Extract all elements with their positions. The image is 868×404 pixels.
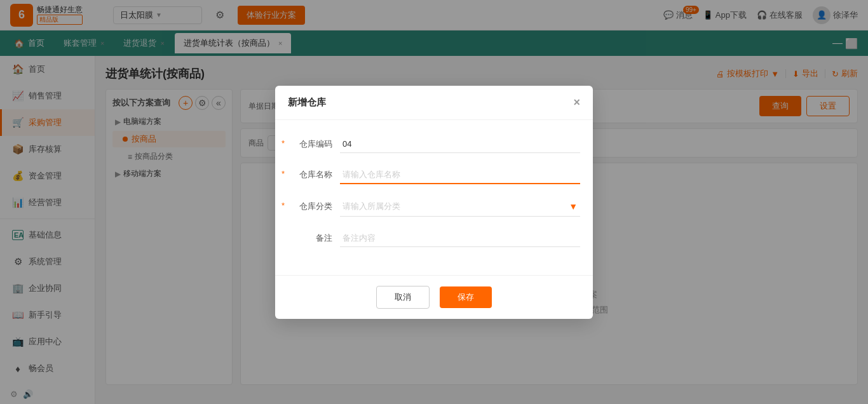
warehouse-name-row: 仓库名称 xyxy=(288,166,580,184)
modal-footer: 取消 保存 xyxy=(275,275,593,319)
modal-overlay: 新增仓库 × 仓库编码 仓库名称 仓库分类 请输入所属分类 ▼ xyxy=(0,0,868,404)
warehouse-type-row: 仓库分类 请输入所属分类 ▼ xyxy=(288,197,580,217)
note-input[interactable] xyxy=(340,229,580,247)
note-row: 备注 xyxy=(288,229,580,247)
note-label: 备注 xyxy=(288,232,332,244)
modal-body: 仓库编码 仓库名称 仓库分类 请输入所属分类 ▼ 备注 xyxy=(275,120,593,275)
warehouse-type-placeholder: 请输入所属分类 xyxy=(342,201,400,212)
modal-header: 新增仓库 × xyxy=(275,86,593,120)
cancel-button[interactable]: 取消 xyxy=(376,286,430,309)
warehouse-name-input[interactable] xyxy=(340,166,580,184)
modal-title: 新增仓库 xyxy=(288,97,326,109)
warehouse-code-input[interactable] xyxy=(340,135,580,153)
save-button[interactable]: 保存 xyxy=(440,286,492,308)
warehouse-code-label: 仓库编码 xyxy=(288,138,332,150)
modal-close-button[interactable]: × xyxy=(573,96,580,109)
warehouse-type-label: 仓库分类 xyxy=(288,201,332,212)
warehouse-code-row: 仓库编码 xyxy=(288,135,580,153)
warehouse-name-label: 仓库名称 xyxy=(288,169,332,180)
warehouse-type-select[interactable]: 请输入所属分类 ▼ xyxy=(340,197,580,217)
new-warehouse-modal: 新增仓库 × 仓库编码 仓库名称 仓库分类 请输入所属分类 ▼ xyxy=(275,86,593,319)
warehouse-type-arrow: ▼ xyxy=(569,201,578,212)
